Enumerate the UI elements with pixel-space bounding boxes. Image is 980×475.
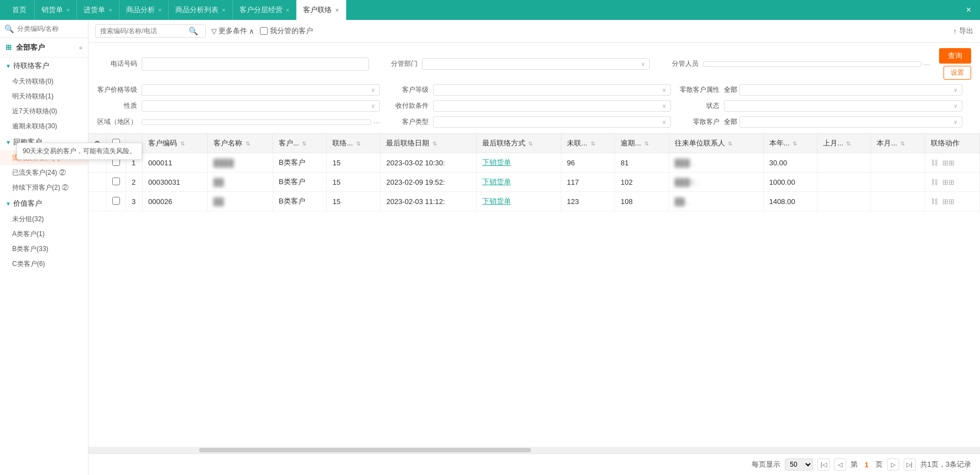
tab-home[interactable]: 首页: [4, 0, 35, 20]
filter-payment-select[interactable]: ∨: [433, 100, 671, 112]
filter-person-select[interactable]: [703, 61, 922, 67]
filter-zero-customer-select[interactable]: ∨: [739, 116, 962, 128]
tab-customer-contact[interactable]: 客户联络 ×: [296, 0, 346, 20]
grid-action-icon[interactable]: ⊞⊞: [942, 197, 955, 206]
collapse-icon[interactable]: «: [79, 44, 82, 51]
close-customer-tier-icon[interactable]: ×: [286, 7, 289, 13]
sidebar-group-pending[interactable]: ▼ 待联络客户: [0, 58, 88, 74]
col-last-month[interactable]: 上月... ⇅: [817, 134, 870, 153]
cell-this-month: [871, 173, 925, 192]
sidebar-item-declining[interactable]: 持续下滑客户(2) ②: [0, 180, 88, 195]
cell-last-method[interactable]: 下销货单: [476, 153, 561, 173]
close-analysis-list-icon[interactable]: ×: [222, 7, 225, 13]
my-customers-checkbox[interactable]: [260, 27, 268, 35]
tab-analysis-list[interactable]: 商品分析列表 ×: [169, 0, 232, 20]
per-page-label: 每页显示: [752, 460, 780, 469]
tab-purchase[interactable]: 进货单 ×: [77, 0, 119, 20]
filter-ctype-select[interactable]: ∨: [433, 116, 671, 128]
cell-last-month: [817, 153, 870, 173]
sidebar-item-class-b[interactable]: B类客户(33): [0, 242, 88, 257]
sidebar-item-churned[interactable]: 已流失客户(24) ②: [0, 165, 88, 180]
close-purchase-icon[interactable]: ×: [108, 7, 112, 13]
sidebar-item-class-a[interactable]: A类客户(1): [0, 227, 88, 242]
sidebar-item-7days-pending[interactable]: 近7天待联络(0): [0, 104, 88, 119]
settings-button[interactable]: 设置: [943, 66, 971, 80]
col-type[interactable]: 客户... ⇅: [273, 134, 326, 153]
filter-zero-attr-select[interactable]: ∨: [739, 84, 962, 96]
filter-region-more-icon[interactable]: ···: [373, 118, 380, 127]
filter-dept-select[interactable]: ∨: [422, 58, 649, 70]
sidebar-item-overdue-pending[interactable]: 逾期未联络(30): [0, 119, 88, 134]
cell-contact: 15: [327, 153, 380, 173]
cell-last-method[interactable]: 下销货单: [476, 192, 561, 211]
chevron-down-level-icon: ∨: [662, 87, 666, 93]
cell-settings: [88, 192, 107, 211]
filter-price-select[interactable]: ∨: [142, 84, 380, 96]
grid-action-icon[interactable]: ⊞⊞: [942, 159, 955, 167]
col-not-contact[interactable]: 未联... ⇅: [561, 134, 615, 153]
page-next-btn[interactable]: ▷: [887, 458, 899, 471]
sidebar-item-tomorrow-pending[interactable]: 明天待联络(1): [0, 89, 88, 104]
cell-unit-contact: ███3...: [669, 173, 763, 192]
export-button[interactable]: ↑ 导出: [953, 26, 974, 36]
col-name[interactable]: 客户名称 ⇅: [207, 134, 273, 153]
cell-this-year: 1408.00: [763, 192, 817, 211]
sidebar-item-today-pending[interactable]: 今天待联络(0): [0, 74, 88, 89]
col-overdue[interactable]: 逾期... ⇅: [615, 134, 669, 153]
row-checkbox[interactable]: [112, 197, 120, 205]
contact-link[interactable]: 下销货单: [482, 197, 511, 205]
sidebar-group-value[interactable]: ▼ 价值客户: [0, 195, 88, 212]
col-this-year[interactable]: 本年... ⇅: [763, 134, 817, 153]
tab-sales[interactable]: 销货单 ×: [35, 0, 77, 20]
contact-link[interactable]: 下销货单: [482, 178, 511, 186]
col-unit-contact[interactable]: 往来单位联系人 ⇅: [669, 134, 763, 153]
tab-analysis[interactable]: 商品分析 ×: [119, 0, 169, 20]
cell-contact: 15: [327, 173, 380, 192]
filter-status-cell: 状态 ∨: [680, 100, 971, 112]
col-code[interactable]: 客户编码 ⇅: [143, 134, 208, 153]
filter-gender-select[interactable]: ∨: [142, 100, 380, 112]
close-analysis-icon[interactable]: ×: [158, 7, 161, 13]
sidebar-search-input[interactable]: [17, 25, 84, 33]
link-action-icon[interactable]: ⛓: [931, 159, 938, 167]
filter-gender-cell: 性质 ∨: [97, 100, 389, 112]
page-first-btn[interactable]: |◁: [817, 458, 830, 471]
col-last-method[interactable]: 最后联络方式 ⇅: [476, 134, 561, 153]
close-customer-contact-icon[interactable]: ×: [335, 7, 338, 13]
close-sales-icon[interactable]: ×: [66, 7, 70, 13]
filter-status-select[interactable]: ∨: [724, 100, 962, 112]
col-this-month[interactable]: 本月... ⇅: [871, 134, 925, 153]
sidebar-item-ungrouped[interactable]: 未分组(32): [0, 212, 88, 227]
nav-close-all-button[interactable]: ×: [962, 5, 976, 15]
link-action-icon[interactable]: ⛓: [931, 197, 938, 206]
contact-link[interactable]: 下销货单: [482, 158, 511, 166]
link-action-icon[interactable]: ⛓: [931, 178, 938, 186]
more-conditions-btn[interactable]: ▽ 更多条件 ∧: [211, 26, 254, 36]
sidebar-all-customers[interactable]: ⊞ 全部客户 «: [0, 38, 88, 58]
scrollbar-thumb[interactable]: [199, 448, 531, 452]
row-checkbox[interactable]: [112, 178, 120, 185]
main-search-icon[interactable]: 🔍: [189, 27, 198, 35]
filter-person-more-icon[interactable]: ···: [924, 60, 930, 69]
sidebar-search-wrap: 🔍: [0, 20, 88, 38]
filter-row-3: 性质 ∨ 收付款条件 ∨ 状态 ∨: [97, 100, 971, 112]
query-button[interactable]: 查询: [939, 48, 971, 64]
grid-action-icon[interactable]: ⊞⊞: [942, 178, 955, 186]
main-search-input[interactable]: [100, 27, 189, 35]
sidebar-group-pending-label: 待联络客户: [13, 61, 49, 71]
sidebar-item-class-c[interactable]: C类客户(6): [0, 257, 88, 272]
per-page-select[interactable]: 50 100: [785, 458, 813, 471]
cell-type: B类客户: [273, 173, 326, 192]
col-contact[interactable]: 联络... ⇅: [327, 134, 380, 153]
filter-level-select[interactable]: ∨: [433, 84, 671, 96]
page-prev-btn[interactable]: ◁: [834, 458, 846, 471]
tab-customer-tier[interactable]: 客户分层经营 ×: [233, 0, 296, 20]
main-layout: 🔍 ⊞ 全部客户 « ▼ 待联络客户 今天待联络(0) 明天待联络(1) 近7天…: [0, 20, 980, 475]
filter-region-select[interactable]: [142, 119, 371, 125]
filter-row-2: 客户价格等级 ∨ 客户等级 ∨ 零散客户属性 全部 ∨: [97, 84, 971, 96]
horizontal-scrollbar[interactable]: [88, 447, 980, 453]
filter-phone-input[interactable]: [142, 58, 369, 71]
page-last-btn[interactable]: ▷|: [904, 458, 916, 471]
cell-last-method[interactable]: 下销货单: [476, 173, 561, 192]
col-last-date[interactable]: 最后联络日期 ⇅: [380, 134, 476, 153]
